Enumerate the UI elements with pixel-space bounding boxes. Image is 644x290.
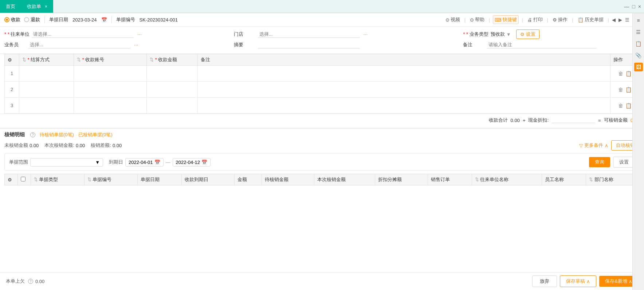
- settings-button[interactable]: ⚙ 设置: [516, 30, 539, 39]
- store-more-icon[interactable]: ···: [364, 31, 368, 37]
- tab-home[interactable]: 首页: [0, 0, 21, 13]
- shortcut-button[interactable]: ⌨ 快捷键: [493, 15, 519, 24]
- filter-settings-button[interactable]: 设置: [613, 157, 635, 168]
- row-3-account[interactable]: [74, 98, 147, 114]
- main-content: 收款 退款 单据日期 2023-03-24 📅 单据编号 SK-20230324…: [0, 13, 644, 290]
- next-icon[interactable]: ▶: [619, 17, 622, 23]
- radio-receipt[interactable]: 收款: [4, 16, 20, 23]
- table-row: 2 🗑 📋: [5, 82, 640, 98]
- staff-more-icon[interactable]: ···: [134, 42, 138, 48]
- query-button[interactable]: 查询: [589, 157, 610, 167]
- help-button[interactable]: ⊙ 帮助: [468, 16, 486, 24]
- save-draft-button[interactable]: 保存草稿 ∧: [560, 275, 596, 287]
- current-value: 0.00: [76, 143, 85, 148]
- select-all-checkbox[interactable]: [21, 177, 25, 181]
- sidebar-icon-2[interactable]: ☰: [634, 28, 643, 36]
- store-field: 门店 ···: [234, 31, 455, 38]
- filter-icon: ▽: [579, 143, 583, 148]
- bt-col-partner: ⇅ 往来单位名称: [472, 174, 542, 185]
- row-3-copy-icon[interactable]: 📋: [625, 103, 632, 109]
- list-icon[interactable]: ☰: [625, 17, 629, 23]
- calendar-to-icon[interactable]: 📅: [201, 160, 207, 165]
- sort-bt-3: ⇅: [475, 177, 479, 182]
- radio-refund[interactable]: 退款: [24, 16, 40, 23]
- bt-col-settings[interactable]: ⚙: [5, 174, 18, 185]
- more-conditions-button[interactable]: ▽ 更多条件 ∧: [579, 142, 608, 149]
- print-button[interactable]: 🖨 打印: [526, 16, 544, 24]
- this-doc-label: 本单上欠: [6, 278, 25, 285]
- store-input[interactable]: [258, 31, 360, 38]
- row-1-amount[interactable]: [147, 66, 198, 82]
- receipt-type-radio-group: 收款 退款: [4, 16, 40, 23]
- sidebar-icon-4[interactable]: 📎: [634, 51, 643, 60]
- pending-tab[interactable]: 待核销单据(0笔): [40, 132, 74, 138]
- footer-info-icon[interactable]: ?: [28, 279, 33, 284]
- remark-input[interactable]: [487, 41, 596, 48]
- date-from-input[interactable]: 2022-04-01 📅: [125, 158, 164, 166]
- row-1-copy-icon[interactable]: 📋: [625, 71, 632, 77]
- store-label: 门店: [234, 31, 256, 38]
- done-tab[interactable]: 已核销单据(0笔): [78, 132, 113, 138]
- bt-col-checkbox[interactable]: [18, 174, 31, 185]
- bt-gear-icon[interactable]: ⚙: [8, 177, 12, 183]
- bt-col-sales-order: 销售订单: [428, 174, 472, 185]
- partner-input[interactable]: [32, 31, 134, 38]
- window-controls: — □ ×: [624, 4, 644, 9]
- sidebar-icon-5[interactable]: 🖼: [634, 63, 643, 71]
- abandon-button[interactable]: 放弃: [532, 275, 557, 287]
- window-close-button[interactable]: ×: [638, 4, 641, 9]
- sidebar-icon-1[interactable]: ≡: [634, 16, 643, 25]
- row-2-remark[interactable]: [198, 82, 610, 98]
- row-1-delete-icon[interactable]: 🗑: [618, 71, 623, 77]
- tab-close-icon[interactable]: ×: [45, 4, 47, 9]
- business-type-select[interactable]: 预收款 ▼: [491, 31, 511, 38]
- row-1-account[interactable]: [74, 66, 147, 82]
- table-gear-icon[interactable]: ⚙: [8, 57, 12, 63]
- row-2-copy-icon[interactable]: 📋: [625, 87, 632, 93]
- partner-more-icon[interactable]: ···: [137, 31, 142, 37]
- summary-input[interactable]: [258, 41, 360, 48]
- tab-receipt[interactable]: 收款单 ×: [21, 0, 53, 13]
- row-3-settlement[interactable]: [19, 98, 74, 114]
- minimize-button[interactable]: —: [624, 4, 629, 9]
- equals-sign: =: [598, 118, 601, 123]
- video-button[interactable]: ⊙ 视频: [444, 16, 462, 24]
- unverified-value: 0.00: [30, 143, 39, 148]
- date-to-input[interactable]: 2022-04-12 📅: [173, 158, 211, 166]
- row-3-amount[interactable]: [147, 98, 198, 114]
- writeoff-title: 核销明细: [4, 132, 25, 138]
- gear-icon: ⚙: [520, 32, 525, 37]
- prev-icon[interactable]: ◀: [612, 17, 616, 23]
- col-remark: 备注: [198, 54, 610, 66]
- discount-input[interactable]: [551, 117, 595, 123]
- writeoff-info-icon[interactable]: ?: [30, 132, 35, 137]
- sort-icon: ⇅: [22, 57, 26, 62]
- row-2-delete-icon[interactable]: 🗑: [618, 87, 623, 93]
- sidebar-icon-3[interactable]: 📋: [634, 39, 643, 48]
- current-stat: 本次核销金额: 0.00: [44, 142, 85, 149]
- range-select[interactable]: ▼: [30, 158, 103, 166]
- row-2-amount[interactable]: [147, 82, 198, 98]
- row-3-remark[interactable]: [198, 98, 610, 114]
- staff-label: 业务员: [4, 42, 26, 48]
- staff-input[interactable]: [28, 41, 130, 48]
- operation-icon: ⚙: [553, 17, 557, 23]
- row-2-settlement[interactable]: [19, 82, 74, 98]
- row-1-remark[interactable]: [198, 66, 610, 82]
- row-2-account[interactable]: [74, 82, 147, 98]
- due-date-label: 到期日: [109, 159, 123, 165]
- date-from-value: 2022-04-01: [129, 160, 153, 165]
- row-1-settlement[interactable]: [19, 66, 74, 82]
- row-3-delete-icon[interactable]: 🗑: [618, 103, 623, 109]
- operation-button[interactable]: ⚙ 操作: [551, 16, 569, 24]
- col-settings[interactable]: ⚙: [5, 54, 19, 66]
- right-sidebar: ≡ ☰ 📋 📎 🖼: [632, 13, 644, 290]
- calendar-icon[interactable]: 📅: [101, 17, 107, 23]
- toolbar-divider-1: [44, 16, 45, 23]
- this-doc-value: 0.00: [35, 279, 44, 284]
- filter-row: 单据范围 ▼ 到期日 2022-04-01 📅 — 2022-04-12 📅: [4, 153, 640, 171]
- writeoff-header: 核销明细 ? 待核销单据(0笔) 已核销单据(0笔): [4, 132, 640, 138]
- calendar-from-icon[interactable]: 📅: [154, 160, 160, 165]
- history-button[interactable]: 📋 历史单据: [576, 16, 605, 24]
- maximize-button[interactable]: □: [632, 4, 635, 9]
